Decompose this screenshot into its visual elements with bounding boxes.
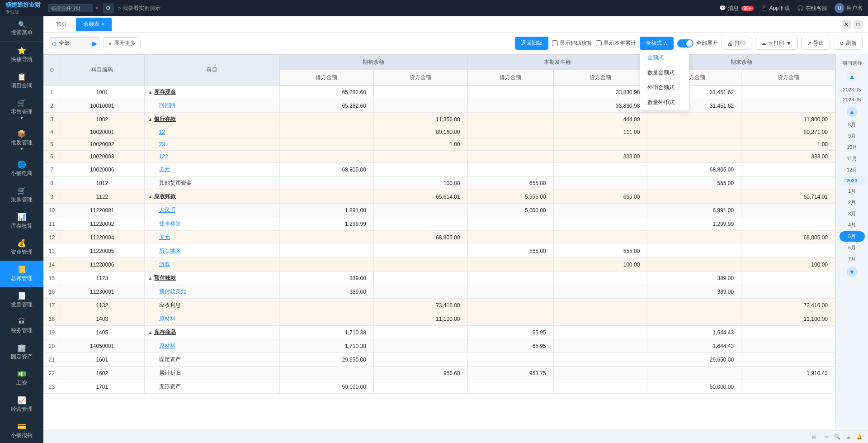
tab-home[interactable]: 首页 [49, 18, 74, 31]
table-row[interactable]: 8 1012 其他货币资金 100.00 655.00 555.00 [44, 176, 835, 190]
cell-name[interactable]: 人民币 [144, 204, 279, 217]
back-version-btn[interactable]: 退回旧版 [515, 37, 548, 50]
dropdown-item-qty-amount[interactable]: 数量金额式 [640, 65, 689, 80]
bottom-search-icon[interactable]: 🔍 [834, 434, 840, 440]
sidebar-item-purchase[interactable]: 🛒 采购管理 [0, 182, 43, 208]
month-2023-05-1[interactable]: 2023.05 [840, 85, 865, 94]
sidebar-item-ledger[interactable]: 📒 总账管理 [0, 261, 43, 287]
table-row[interactable]: 15 1123 ▲预付账款 389.00 389.00 [44, 272, 835, 285]
table-row[interactable]: 4 10020001 12 80,160.00 111.00 80,271.00 [44, 126, 835, 138]
table-row[interactable]: 16 11230001 预付款美元 389.00 389.00 [44, 285, 835, 299]
month-2023-06[interactable]: 2023.05 [840, 95, 865, 104]
cloud-print-btn[interactable]: ☁ 云打印 ▼ [755, 37, 797, 50]
user-avatar[interactable]: U 用户名 [835, 3, 863, 13]
cell-name[interactable]: 美元 [144, 163, 279, 176]
table-row[interactable]: 22 1602 累计折旧 956.68 953.75 1,910.43 [44, 367, 835, 380]
bottom-notification-icon[interactable]: 🔔 [856, 434, 863, 440]
table-row[interactable]: 9 1122 ▲应收账款 65,614.01 5,555.00 655.00 6… [44, 190, 835, 204]
month-sep[interactable]: 9月 [840, 131, 865, 141]
version-selector[interactable]: ▼ [48, 4, 99, 12]
bottom-cloud-icon[interactable]: ☁ [846, 434, 851, 440]
month-apr[interactable]: 4月 [840, 220, 865, 230]
cell-name[interactable]: ▲库存商品 [144, 326, 279, 339]
cell-name[interactable]: ▲预付账款 [144, 272, 279, 285]
cell-name[interactable]: 23 [144, 138, 279, 151]
dropdown-item-qty-foreign[interactable]: 数量外币式 [640, 95, 689, 110]
sidebar-item-project[interactable]: 📋 项目合同 [0, 68, 43, 94]
tab-close-btn[interactable]: × [101, 21, 104, 28]
app-download-btn[interactable]: 📱 App下载 [761, 5, 790, 12]
sidebar-item-funds[interactable]: 💰 资金管理 [0, 234, 43, 261]
cell-name[interactable]: 12 [144, 126, 279, 138]
sidebar-item-invoice[interactable]: 🧾 发票管理 [0, 287, 43, 313]
toggle-switch-btn[interactable] [677, 39, 693, 48]
cell-name[interactable]: ▲应收账款 [144, 190, 279, 204]
month-jan[interactable]: 1月 [840, 186, 865, 196]
sidebar-item-wholesale[interactable]: 📦 批发管理 ▼ [0, 125, 43, 156]
search-back-btn[interactable]: ◁ [51, 40, 56, 47]
year-2023[interactable]: 2023 [840, 176, 865, 185]
show-auxiliary-check[interactable]: 显示辅助核算 [552, 39, 592, 47]
cell-name[interactable]: 回回回 [144, 99, 279, 113]
month-mar[interactable]: 3月 [840, 209, 865, 219]
cell-name[interactable]: 美元 [144, 231, 279, 244]
month-may[interactable]: 5月 [840, 231, 865, 242]
online-service-btn[interactable]: 🎧 在线客服 [797, 5, 827, 12]
month-aug[interactable]: 8月 [840, 119, 865, 130]
cell-name[interactable]: 原材料 [144, 339, 279, 353]
month-jul[interactable]: 7月 [840, 254, 865, 264]
prev-year-btn[interactable]: ▲ [847, 71, 858, 82]
table-row[interactable]: 2 10010001 回回回 65,282.60 33,830.98 31,45… [44, 99, 835, 113]
table-row[interactable]: 10 11220001 人民币 1,891.00 5,000.00 6,891.… [44, 204, 835, 217]
scroll-down-btn[interactable]: ▼ [847, 267, 858, 277]
cell-name[interactable]: 累计折旧 [144, 367, 279, 380]
expand-more-btn[interactable]: ∨ 展开更多 [103, 37, 141, 49]
cell-name[interactable]: 游戏 [144, 258, 279, 272]
scroll-up-btn[interactable]: ▲ [847, 106, 858, 117]
table-row[interactable]: 17 1132 应收利息 73,416.00 73,416.00 [44, 299, 835, 312]
table-row[interactable]: 23 1701 无形资产 50,000.00 50,000.00 [44, 380, 835, 394]
expand-all-toggle[interactable]: 全部展开 [677, 39, 718, 48]
auxiliary-checkbox[interactable] [552, 40, 558, 46]
sidebar-item-expense[interactable]: 💳 小畅报销 [0, 418, 43, 443]
show-ytd-check[interactable]: 显示本年累计 [596, 39, 636, 47]
sidebar-item-management[interactable]: 📈 经营管理 [0, 391, 43, 418]
print-btn[interactable]: 🖨 打印 [722, 37, 751, 50]
month-jun[interactable]: 6月 [840, 243, 865, 253]
cell-name[interactable]: 预付款美元 [144, 285, 279, 299]
table-row[interactable]: 19 1405 ▲库存商品 1,710.38 65.95 1,644.43 [44, 326, 835, 339]
search-menu[interactable]: 🔍 搜索菜单 [0, 16, 43, 42]
sidebar-item-tax[interactable]: 🏛 税务管理 [0, 313, 43, 339]
cell-name[interactable]: 固定资产 [144, 353, 279, 367]
app-name-input[interactable] [48, 4, 93, 12]
month-oct[interactable]: 10月 [840, 142, 865, 152]
sidebar-item-fixed-assets[interactable]: 🏢 固定资产 [0, 339, 43, 365]
table-row[interactable]: 5 10020002 23 1.00 1.00 [44, 138, 835, 151]
table-row[interactable]: 14 11220006 游戏 100.00 100.00 [44, 258, 835, 272]
search-forward-btn[interactable]: ▶ [92, 40, 97, 47]
tab-maximize[interactable]: □ [854, 20, 863, 29]
settings-icon[interactable]: ⚙ [103, 3, 114, 14]
dropdown-item-foreign-amount[interactable]: 外币金额式 [640, 80, 689, 95]
ytd-checkbox[interactable] [596, 40, 602, 46]
cell-name[interactable]: 122 [144, 151, 279, 163]
sidebar-item-inventory[interactable]: 📊 库存核算 [0, 208, 43, 234]
sidebar-item-retail[interactable]: 🛒 零售管理 ▼ [0, 94, 43, 125]
demo-link[interactable]: ○ 我要看实例演示 [118, 5, 160, 12]
export-btn[interactable]: ↗ 导出 [801, 37, 830, 50]
bottom-edit-icon[interactable]: ✏ [825, 434, 829, 440]
cell-name[interactable]: 无形资产 [144, 380, 279, 394]
table-row[interactable]: 3 1002 ▲银行存款 11,356.00 444.00 11,800.00 [44, 113, 835, 126]
refresh-btn[interactable]: ↺ 刷新 [834, 37, 863, 50]
table-row[interactable]: 7 10020006 美元 68,805.00 68,805.00 [44, 163, 835, 176]
table-row[interactable]: 1 1001 ▲库存现金 65,282.60 33,830.98 31,451.… [44, 86, 835, 99]
table-row[interactable]: 20 14050001 原材料 1,710.38 65.95 1,644.43 [44, 339, 835, 353]
tab-close-window[interactable]: ✕ [842, 20, 851, 29]
cell-name[interactable]: 原材料 [144, 312, 279, 326]
table-row[interactable]: 18 1403 原材料 11,100.00 11,100.00 [44, 312, 835, 326]
sidebar-item-ecommerce[interactable]: 🌐 小畅电商 [0, 156, 43, 182]
cell-name[interactable]: 其他货币资金 [144, 176, 279, 190]
month-feb[interactable]: 2月 [840, 197, 865, 208]
table-row[interactable]: 21 1601 固定资产 29,650.00 29,650.00 [44, 353, 835, 367]
cell-name[interactable]: 应收利息 [144, 299, 279, 312]
